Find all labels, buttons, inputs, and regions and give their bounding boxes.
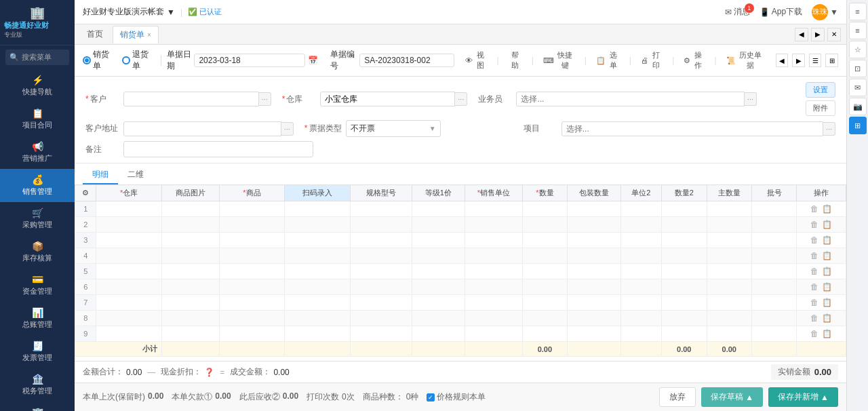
cell-qty-2[interactable] bbox=[522, 217, 567, 233]
cell-image-3[interactable] bbox=[162, 233, 220, 248]
cell-batch-1[interactable] bbox=[751, 201, 796, 217]
sidebar-item-sales[interactable]: 💰 销售管理 bbox=[0, 169, 75, 202]
tab-2d[interactable]: 二维 bbox=[118, 166, 153, 184]
row-delete-button-9[interactable]: 🗑 bbox=[810, 328, 819, 339]
row-copy-button-9[interactable]: 📋 bbox=[821, 328, 833, 339]
right-panel-btn-1[interactable]: ≡ bbox=[849, 3, 867, 20]
row-copy-button-7[interactable]: 📋 bbox=[821, 297, 833, 308]
cell-image-7[interactable] bbox=[162, 295, 220, 311]
cell-batch-3[interactable] bbox=[751, 233, 796, 248]
tab-close-button[interactable]: × bbox=[147, 31, 151, 39]
price-rule-checkbox[interactable]: ✓ 价格规则本单 bbox=[427, 391, 486, 403]
save-new-button[interactable]: 保存并新增 ▲ bbox=[768, 387, 838, 407]
cell-barcode-3[interactable] bbox=[285, 233, 351, 248]
toolbar-view-list[interactable]: ☰ bbox=[809, 54, 822, 67]
cell-unit-2[interactable] bbox=[465, 217, 523, 233]
tab-prev-button[interactable]: ◀ bbox=[795, 28, 808, 41]
cell-product-2[interactable] bbox=[219, 217, 285, 233]
cell-unit-7[interactable] bbox=[465, 295, 523, 311]
cell-unit2-2[interactable] bbox=[620, 217, 661, 233]
cell-main-qty-3[interactable] bbox=[707, 233, 751, 248]
cell-qty-9[interactable] bbox=[522, 326, 567, 342]
cell-pack-qty-5[interactable] bbox=[568, 264, 621, 279]
warehouse-select-button[interactable]: ··· bbox=[455, 92, 467, 106]
search-menu-button[interactable]: 🔍 搜索菜单 bbox=[5, 50, 69, 65]
cell-image-8[interactable] bbox=[162, 311, 220, 326]
radio-sale-order[interactable]: 销货单 bbox=[83, 49, 115, 72]
select-order-button[interactable]: 📋选单 bbox=[591, 49, 625, 72]
history-button[interactable]: 📜历史单据 bbox=[721, 49, 769, 72]
cell-batch-7[interactable] bbox=[751, 295, 796, 311]
row-delete-button-6[interactable]: 🗑 bbox=[810, 281, 819, 292]
row-copy-button-4[interactable]: 📋 bbox=[821, 250, 833, 261]
row-delete-button-3[interactable]: 🗑 bbox=[810, 235, 819, 246]
cell-pack-qty-8[interactable] bbox=[568, 311, 621, 326]
cell-price1-6[interactable] bbox=[412, 279, 465, 295]
cell-unit-9[interactable] bbox=[465, 326, 523, 342]
cell-price1-5[interactable] bbox=[412, 264, 465, 279]
cell-pack-qty-3[interactable] bbox=[568, 233, 621, 248]
cell-unit-1[interactable] bbox=[465, 201, 523, 217]
customer-select-button[interactable]: ··· bbox=[259, 92, 271, 106]
user-avatar[interactable]: 珠珠 ▼ bbox=[812, 4, 838, 20]
right-panel-btn-2[interactable]: ≡ bbox=[849, 22, 867, 39]
row-copy-button-8[interactable]: 📋 bbox=[821, 313, 833, 324]
salesperson-select-button[interactable]: ··· bbox=[745, 92, 757, 106]
cell-qty-4[interactable] bbox=[522, 248, 567, 264]
discount-help-icon[interactable]: ❓ bbox=[204, 368, 214, 377]
cell-spec-2[interactable] bbox=[350, 217, 412, 233]
row-copy-button-5[interactable]: 📋 bbox=[821, 266, 833, 277]
cell-price1-1[interactable] bbox=[412, 201, 465, 217]
tab-sale-order[interactable]: 销货单 × bbox=[113, 26, 159, 43]
cell-product-5[interactable] bbox=[219, 264, 285, 279]
app-download-button[interactable]: 📱 App下载 bbox=[760, 6, 802, 18]
cell-price1-3[interactable] bbox=[412, 233, 465, 248]
sidebar-item-quick-nav[interactable]: ⚡ 快捷导航 bbox=[0, 69, 75, 102]
customer-input[interactable] bbox=[123, 92, 259, 106]
sidebar-item-project[interactable]: 📋 项目合同 bbox=[0, 102, 75, 136]
cell-barcode-9[interactable] bbox=[285, 326, 351, 342]
cell-spec-4[interactable] bbox=[350, 248, 412, 264]
cell-qty-5[interactable] bbox=[522, 264, 567, 279]
cell-batch-9[interactable] bbox=[751, 326, 796, 342]
right-panel-btn-star[interactable]: ☆ bbox=[849, 41, 867, 58]
cell-qty2-9[interactable] bbox=[662, 326, 707, 342]
cell-spec-1[interactable] bbox=[350, 201, 412, 217]
cell-main-qty-5[interactable] bbox=[707, 264, 751, 279]
view-button[interactable]: 👁视图 bbox=[460, 49, 492, 72]
discard-button[interactable]: 放弃 bbox=[659, 387, 696, 407]
cell-image-9[interactable] bbox=[162, 326, 220, 342]
cell-spec-3[interactable] bbox=[350, 233, 412, 248]
cell-batch-5[interactable] bbox=[751, 264, 796, 279]
cell-batch-6[interactable] bbox=[751, 279, 796, 295]
help-button[interactable]: 帮助 bbox=[503, 49, 528, 72]
cell-price1-4[interactable] bbox=[412, 248, 465, 264]
cell-main-qty-8[interactable] bbox=[707, 311, 751, 326]
print-button[interactable]: 🖨打印 bbox=[635, 49, 668, 72]
cell-qty2-5[interactable] bbox=[662, 264, 707, 279]
cell-pack-qty-9[interactable] bbox=[568, 326, 621, 342]
right-panel-btn-mail[interactable]: ✉ bbox=[849, 79, 867, 96]
cell-unit2-5[interactable] bbox=[620, 264, 661, 279]
cell-qty2-6[interactable] bbox=[662, 279, 707, 295]
cell-qty-3[interactable] bbox=[522, 233, 567, 248]
cell-product-4[interactable] bbox=[219, 248, 285, 264]
shortcut-button[interactable]: ⌨快捷键 bbox=[538, 49, 580, 72]
cell-batch-2[interactable] bbox=[751, 217, 796, 233]
address-input[interactable] bbox=[123, 121, 281, 136]
cell-pack-qty-7[interactable] bbox=[568, 295, 621, 311]
cell-qty-8[interactable] bbox=[522, 311, 567, 326]
right-panel-btn-camera[interactable]: 📷 bbox=[849, 98, 867, 115]
row-delete-button-4[interactable]: 🗑 bbox=[810, 250, 819, 261]
warehouse-input[interactable] bbox=[320, 92, 456, 106]
row-delete-button-5[interactable]: 🗑 bbox=[810, 266, 819, 277]
tab-next-button[interactable]: ▶ bbox=[811, 28, 825, 41]
cell-barcode-4[interactable] bbox=[285, 248, 351, 264]
cell-image-2[interactable] bbox=[162, 217, 220, 233]
sidebar-item-marketing[interactable]: 📢 营销推广 bbox=[0, 136, 75, 169]
row-delete-button-7[interactable]: 🗑 bbox=[810, 297, 819, 308]
cell-main-qty-2[interactable] bbox=[707, 217, 751, 233]
cell-main-qty-9[interactable] bbox=[707, 326, 751, 342]
cell-main-qty-7[interactable] bbox=[707, 295, 751, 311]
cell-qty-7[interactable] bbox=[522, 295, 567, 311]
